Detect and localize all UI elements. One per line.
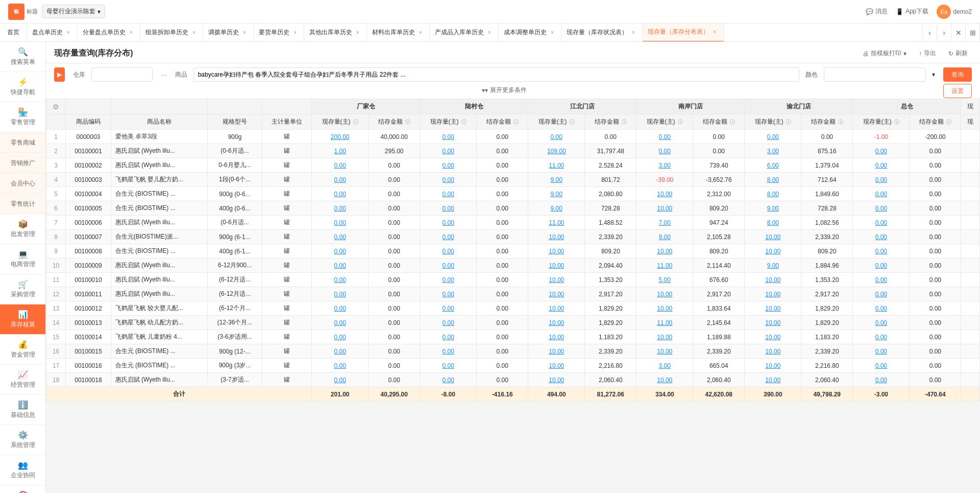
row-na-qty[interactable]: 11.00 [636,316,693,330]
sidebar-item-企业协同[interactable]: 👥企业协同 [0,455,45,485]
sidebar-item-搜索英单[interactable]: 🔍搜索英单 [0,42,45,72]
tab-prev-btn[interactable]: ‹ [923,24,937,42]
tab-item[interactable]: 产成品入库单历史× [430,24,499,42]
row-lu-qty[interactable]: 0.00 [420,244,477,259]
row-jb-qty[interactable]: 10.00 [528,230,585,244]
tab-item[interactable]: 成本调整单历史× [499,24,561,42]
print-btn[interactable]: 🖨 按模板打印 ▾ [859,47,911,60]
row-fac-qty[interactable]: 0.00 [312,259,369,273]
row-total-qty[interactable]: 0.00 [853,201,910,216]
row-jb-qty[interactable]: 11.00 [528,158,585,173]
row-na-qty[interactable]: 9.00 [636,230,693,244]
warehouse-input[interactable] [91,67,153,82]
tab-item[interactable]: 调拨单历史× [203,24,254,42]
row-yb-qty[interactable]: 10.00 [745,230,801,244]
tab-home[interactable]: 首页 [0,24,27,42]
row-na-qty[interactable]: 0.00 [636,144,693,158]
row-fac-qty[interactable]: 1.00 [312,144,369,158]
row-total-qty[interactable]: 0.00 [853,330,910,344]
row-lu-qty[interactable]: 0.00 [420,259,477,273]
tab-expand-btn[interactable]: ⊞ [966,24,980,42]
sidebar-item-基础信息[interactable]: ℹ️基础信息 [0,395,45,425]
sidebar-item-新手引导[interactable]: 🎯新手引导 [0,485,45,493]
row-lu-qty[interactable]: 0.00 [420,173,477,187]
row-jb-qty[interactable]: 109.00 [528,144,585,158]
row-total-qty[interactable]: 0.00 [853,301,910,316]
row-total-qty[interactable]: 0.00 [853,173,910,187]
row-total-qty[interactable]: 0.00 [853,316,910,330]
row-fac-qty[interactable]: 0.00 [312,230,369,244]
row-yb-qty[interactable]: 10.00 [745,344,801,359]
tab-item[interactable]: 材料出库单历史× [367,24,430,42]
row-total-qty[interactable]: 0.00 [853,259,910,273]
tab-close-btn[interactable]: × [486,29,493,36]
tab-close-btn[interactable]: × [190,29,198,36]
tab-close-btn[interactable]: × [630,29,637,36]
row-lu-qty[interactable]: 0.00 [420,201,477,216]
expand-conditions-btn[interactable]: ▾▾ 展开更多条件 [478,84,531,97]
row-na-qty[interactable]: 10.00 [636,287,693,301]
row-yb-qty[interactable]: 10.00 [745,373,801,387]
row-lu-qty[interactable]: 0.00 [420,216,477,230]
row-total-qty[interactable]: 0.00 [853,359,910,373]
row-fac-qty[interactable]: 0.00 [312,273,369,287]
messages-btn[interactable]: 💬 消息 [866,7,888,16]
row-na-qty[interactable]: 10.00 [636,344,693,359]
row-total-qty[interactable]: 0.00 [853,230,910,244]
row-jb-qty[interactable]: 10.00 [528,273,585,287]
row-fac-qty[interactable]: 0.00 [312,316,369,330]
company-selector[interactable]: 母婴行业演示陈套 ▾ [42,5,105,18]
row-lu-qty[interactable]: 0.00 [420,301,477,316]
tab-item[interactable]: 分量盘点单历史× [78,24,140,42]
row-lu-qty[interactable]: 0.00 [420,130,477,144]
tab-item[interactable]: 其他出库单历史× [304,24,367,42]
row-na-qty[interactable]: 0.00 [636,130,693,144]
row-yb-qty[interactable]: 9.00 [745,259,801,273]
row-total-qty[interactable]: 0.00 [853,373,910,387]
row-na-qty[interactable]: 10.00 [636,187,693,201]
row-fac-qty[interactable]: 200.00 [312,130,369,144]
row-fac-qty[interactable]: 0.00 [312,373,369,387]
row-yb-qty[interactable]: 10.00 [745,316,801,330]
row-fac-qty[interactable]: 0.00 [312,244,369,259]
row-lu-qty[interactable]: 0.00 [420,187,477,201]
app-download-btn[interactable]: 📱 App下载 [896,7,928,16]
setting-btn[interactable]: 设置 [943,84,972,98]
row-na-qty[interactable]: 10.00 [636,373,693,387]
row-fac-qty[interactable]: 0.00 [312,187,369,201]
row-jb-qty[interactable]: 11.00 [528,216,585,230]
row-jb-qty[interactable]: 10.00 [528,359,585,373]
row-lu-qty[interactable]: 0.00 [420,330,477,344]
row-jb-qty[interactable]: 10.00 [528,330,585,344]
row-jb-qty[interactable]: 10.00 [528,244,585,259]
sidebar-item-零售商城[interactable]: 零售商城 [0,132,45,153]
row-lu-qty[interactable]: 0.00 [420,273,477,287]
sidebar-item-快捷导航[interactable]: ⚡快捷导航 [0,72,45,102]
row-fac-qty[interactable]: 0.00 [312,344,369,359]
row-lu-qty[interactable]: 0.00 [420,373,477,387]
tab-close-btn[interactable]: × [65,29,72,36]
row-lu-qty[interactable]: 0.00 [420,316,477,330]
row-yb-qty[interactable]: 10.00 [745,330,801,344]
row-na-qty[interactable]: 10.00 [636,244,693,259]
row-jb-qty[interactable]: 10.00 [528,287,585,301]
row-lu-qty[interactable]: 0.00 [420,344,477,359]
row-total-qty[interactable]: 0.00 [853,273,910,287]
row-jb-qty[interactable]: 10.00 [528,259,585,273]
row-yb-qty[interactable]: 6.00 [745,158,801,173]
row-jb-qty[interactable]: 10.00 [528,373,585,387]
tab-item[interactable]: 现存量（库存状况表）× [561,24,643,42]
row-total-qty[interactable]: 0.00 [853,144,910,158]
row-yb-qty[interactable]: 3.00 [745,144,801,158]
sidebar-item-零售统计[interactable]: 零售统计 [0,194,45,214]
row-jb-qty[interactable]: 9.00 [528,201,585,216]
tab-item[interactable]: 盘点单历史× [27,24,78,42]
row-na-qty[interactable]: 3.00 [636,158,693,173]
row-fac-qty[interactable]: 0.00 [312,301,369,316]
tab-close-all-btn[interactable]: ✕ [951,24,966,42]
row-na-qty[interactable]: 10.00 [636,330,693,344]
color-input[interactable] [824,67,926,82]
row-jb-qty[interactable]: 10.00 [528,301,585,316]
sidebar-item-零售管理[interactable]: 🏪零售管理 [0,102,45,132]
row-fac-qty[interactable]: 0.00 [312,330,369,344]
